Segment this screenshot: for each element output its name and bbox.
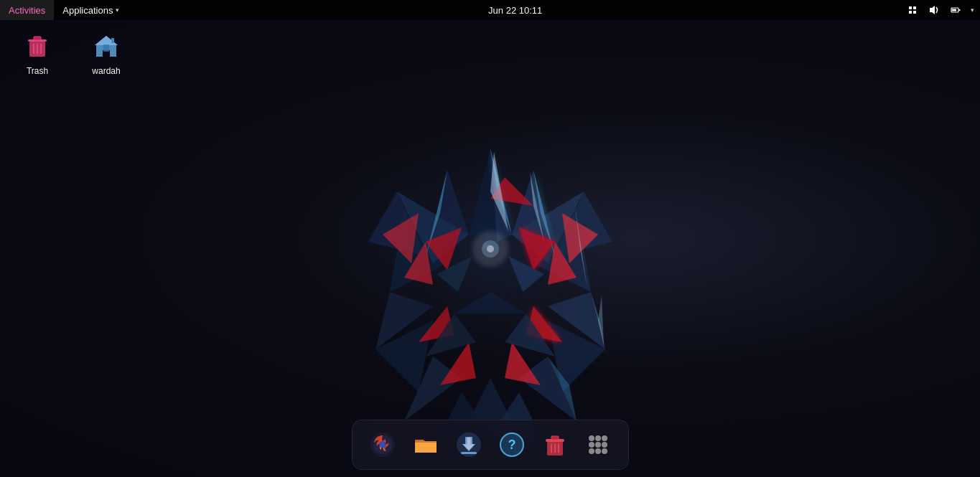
svg-point-92 (602, 442, 607, 448)
desktop-icon-wardah[interactable]: wardah (78, 26, 135, 79)
firefox-icon (369, 431, 396, 458)
activities-button[interactable]: Activities (0, 0, 54, 20)
svg-marker-65 (95, 36, 118, 45)
applications-label: Applications (62, 5, 113, 16)
home-icon (89, 29, 123, 63)
svg-rect-60 (34, 37, 41, 40)
dock-item-installer[interactable] (450, 426, 487, 463)
svg-rect-67 (111, 38, 114, 43)
svg-rect-76 (467, 438, 470, 445)
applications-menu[interactable]: Applications ▾ (54, 0, 128, 20)
folder-icon (412, 431, 439, 458)
svg-point-88 (595, 435, 601, 441)
dock-item-trash[interactable] (536, 426, 574, 463)
applications-arrow-icon: ▾ (116, 6, 119, 14)
dock: ? (352, 420, 629, 470)
svg-point-94 (595, 448, 601, 454)
topbar: Activities Applications ▾ Jun 22 10:11 (0, 0, 980, 20)
dock-item-all-apps[interactable] (579, 426, 617, 463)
svg-point-71 (381, 443, 385, 447)
svg-point-95 (602, 448, 607, 454)
svg-point-87 (589, 435, 594, 441)
wardah-label: wardah (92, 66, 120, 76)
installer-icon (455, 431, 482, 458)
power-icon[interactable] (946, 0, 966, 20)
dock-item-help[interactable]: ? (493, 426, 531, 463)
svg-text:?: ? (508, 438, 515, 452)
dock-item-app1[interactable] (364, 426, 401, 463)
grid-icon (584, 431, 612, 458)
help-icon: ? (498, 431, 526, 458)
activities-label: Activities (9, 5, 45, 16)
datetime-label: Jun 22 10:11 (488, 5, 542, 16)
svg-rect-52 (909, 11, 912, 14)
svg-point-90 (589, 442, 594, 448)
svg-rect-51 (913, 6, 916, 9)
svg-rect-50 (909, 6, 912, 9)
desktop-icon-trash[interactable]: Trash (9, 26, 66, 79)
svg-point-89 (602, 435, 607, 441)
svg-point-91 (595, 442, 601, 448)
desktop-background (0, 0, 980, 477)
network-icon[interactable] (902, 0, 923, 20)
svg-point-93 (589, 448, 594, 454)
dock-item-files[interactable] (407, 426, 444, 463)
desktop-icon-row: Trash wardah (9, 26, 135, 79)
sound-icon[interactable] (924, 0, 944, 20)
dock-trash-icon (541, 431, 569, 458)
topbar-clock: Jun 22 10:11 (128, 5, 902, 16)
topbar-left: Activities Applications ▾ (0, 0, 128, 20)
svg-rect-75 (461, 452, 477, 454)
svg-rect-56 (959, 9, 961, 11)
svg-marker-54 (930, 6, 935, 14)
trash-icon (20, 29, 55, 63)
svg-rect-57 (952, 9, 956, 11)
topbar-right: ▾ (902, 0, 980, 20)
desktop-icons: Trash wardah (9, 26, 135, 79)
tray-dropdown-arrow-icon[interactable]: ▾ (967, 0, 977, 20)
svg-rect-53 (913, 11, 916, 14)
svg-rect-83 (551, 436, 559, 440)
svg-rect-66 (103, 44, 109, 52)
trash-label: Trash (27, 66, 48, 76)
